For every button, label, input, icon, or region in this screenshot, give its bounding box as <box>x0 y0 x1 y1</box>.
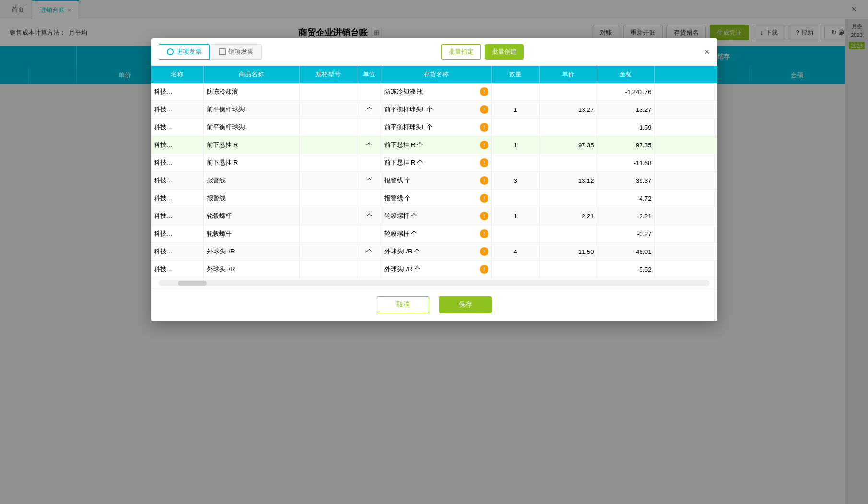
warning-icon: ! <box>480 265 488 274</box>
btn-save[interactable]: 保存 <box>439 296 492 313</box>
modal-header-actions: 批量指定 批量创建 <box>441 44 524 60</box>
warning-icon: ! <box>480 105 488 114</box>
purchase-invoice-icon <box>167 48 174 55</box>
warning-icon: ! <box>480 247 488 256</box>
table-row[interactable]: 科技…轮毂螺杆个轮毂螺杆 个!12.212.21 <box>151 207 717 225</box>
warning-icon: ! <box>480 176 488 185</box>
modal-footer: 取消 保存 <box>151 288 717 321</box>
modal-table-body: 科技…防冻冷却液防冻冷却液 瓶!-1,243.76科技…前平衡杆球头L个前平衡杆… <box>151 83 717 278</box>
btn-batch-assign[interactable]: 批量指定 <box>441 44 481 60</box>
table-row[interactable]: 科技…前平衡杆球头L个前平衡杆球头L 个!113.2713.27 <box>151 101 717 119</box>
modal-tabs: 进项发票 销项发票 <box>159 44 262 60</box>
btn-cancel[interactable]: 取消 <box>377 296 429 313</box>
btn-batch-create[interactable]: 批量创建 <box>485 44 524 60</box>
table-row[interactable]: 科技…防冻冷却液防冻冷却液 瓶!-1,243.76 <box>151 83 717 101</box>
th-price: 单价 <box>540 66 597 83</box>
th-stock: 存货名称 <box>381 66 492 83</box>
modal-close-btn[interactable]: × <box>704 47 710 57</box>
warning-icon: ! <box>480 229 488 238</box>
modal-table-header: 名称 商品名称 规格型号 单位 存货名称 数量 单价 金额 <box>151 66 717 83</box>
warning-icon: ! <box>480 158 488 167</box>
tab-purchase-label: 进项发票 <box>177 48 202 56</box>
tab-sales-label: 销项发票 <box>228 48 253 56</box>
warning-icon: ! <box>480 212 488 220</box>
table-row[interactable]: 科技…外球头L/R个外球头L/R 个!411.5046.01 <box>151 243 717 261</box>
modal-dialog: 进项发票 销项发票 批量指定 批量创建 × 名称 商品名称 规格型号 单位 存 <box>151 38 717 321</box>
modal-overlay: 进项发票 销项发票 批量指定 批量创建 × 名称 商品名称 规格型号 单位 存 <box>0 0 868 504</box>
table-row[interactable]: 科技…轮毂螺杆轮毂螺杆 个!-0.27 <box>151 225 717 243</box>
table-row[interactable]: 科技…前平衡杆球头L前平衡杆球头L 个!-1.59 <box>151 119 717 136</box>
table-row[interactable]: 科技…报警线报警线 个!-4.72 <box>151 190 717 207</box>
th-amount: 金额 <box>597 66 655 83</box>
th-unit: 单位 <box>357 66 381 83</box>
modal-horizontal-scrollbar[interactable] <box>159 280 710 286</box>
th-product: 商品名称 <box>204 66 300 83</box>
warning-icon: ! <box>480 87 488 96</box>
scrollbar-thumb[interactable] <box>178 281 207 286</box>
table-row[interactable]: 科技…前下悬挂 R个前下悬挂 R 个!197.3597.35 <box>151 136 717 154</box>
table-row[interactable]: 科技…报警线个报警线 个!313.1239.37 <box>151 172 717 190</box>
table-row[interactable]: 科技…外球头L/R外球头L/R 个!-5.52 <box>151 261 717 278</box>
modal-header: 进项发票 销项发票 批量指定 批量创建 × <box>151 38 717 66</box>
sales-invoice-icon <box>219 48 226 55</box>
tab-sales-invoice[interactable]: 销项发票 <box>211 44 262 60</box>
tab-purchase-invoice[interactable]: 进项发票 <box>159 44 210 60</box>
warning-icon: ! <box>480 194 488 203</box>
table-row[interactable]: 科技…前下悬挂 R前下悬挂 R 个!-11.68 <box>151 154 717 172</box>
th-spec: 规格型号 <box>300 66 357 83</box>
modal-table-container: 名称 商品名称 规格型号 单位 存货名称 数量 单价 金额 科技…防冻冷却液防冻… <box>151 66 717 288</box>
warning-icon: ! <box>480 123 488 132</box>
th-qty: 数量 <box>492 66 540 83</box>
th-name: 名称 <box>151 66 204 83</box>
warning-icon: ! <box>480 141 488 149</box>
